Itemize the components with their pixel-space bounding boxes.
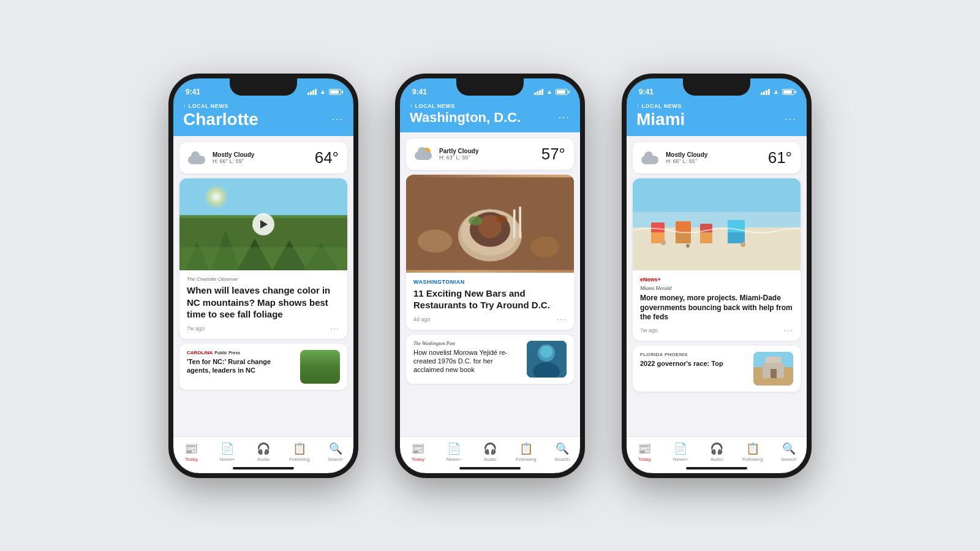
- wp-thumb: [527, 341, 567, 378]
- weather-temp-range-washington: H: 63° L: 55°: [439, 154, 478, 161]
- status-time-charlotte: 9:41: [186, 88, 200, 96]
- search-icon: 🔍: [329, 442, 342, 455]
- app-header-miami: ↑ LOCAL NEWS Miami ···: [627, 101, 807, 137]
- status-icons-charlotte: ▲: [307, 88, 341, 95]
- city-name-washington: Washington, D.C.: [410, 110, 521, 125]
- signal-icon-w: [534, 89, 543, 95]
- secondary-article-charlotte[interactable]: CAROLINA Public Press 'Ten for NC:' Rura…: [179, 344, 347, 390]
- weather-condition-charlotte: Mostly Cloudy: [213, 151, 254, 158]
- app-header-charlotte: ↑ LOCAL NEWS Charlotte ···: [173, 101, 353, 137]
- wifi-icon-w: ▲: [546, 88, 552, 95]
- article-title-miami: More money, more projects. Miami-Dade go…: [640, 294, 793, 322]
- audio-icon-m: 🎧: [710, 442, 723, 455]
- article-more-charlotte[interactable]: ···: [330, 324, 340, 333]
- search-icon-m: 🔍: [782, 442, 796, 455]
- phone-miami: 9:41 ▲ ↑ LOCAL NEWS Miami ···: [622, 74, 812, 478]
- source-sub-charlotte: Public Press: [214, 351, 240, 355]
- secondary-article-washington[interactable]: The Washington Post How novelist Morowa …: [406, 335, 574, 384]
- tab-newsplus-washington[interactable]: 📄 News+: [440, 442, 467, 462]
- status-time-miami: 9:41: [639, 88, 654, 96]
- svg-point-38: [661, 240, 666, 245]
- newsplus-icon-m: 📄: [674, 442, 687, 455]
- tab-newsplus-charlotte[interactable]: 📄 News+: [214, 442, 241, 462]
- tab-search-charlotte[interactable]: 🔍 Search: [322, 442, 349, 462]
- arrow-icon-w: ↑: [410, 103, 413, 109]
- tab-audio-washington[interactable]: 🎧 Audio: [477, 442, 503, 462]
- arrow-icon-m: ↑: [636, 103, 639, 109]
- weather-temp-range-miami: H: 66° L: 55°: [666, 158, 707, 164]
- phone-washington: 9:41 ▲ ↑ LOCAL NEWS Washington, D.C. ···: [395, 74, 585, 478]
- weather-card-charlotte[interactable]: Mostly Cloudy H: 66° L: 59° 64°: [179, 142, 347, 173]
- weather-card-miami[interactable]: Mostly Cloudy H: 66° L: 55° 61°: [633, 142, 801, 173]
- svg-point-21: [418, 229, 453, 253]
- audio-icon: 🎧: [257, 442, 270, 455]
- svg-rect-19: [513, 209, 516, 238]
- main-article-washington[interactable]: WASHINGTONIAN 11 Exciting New Bars and R…: [406, 175, 574, 330]
- more-button-washington[interactable]: ···: [559, 112, 570, 123]
- article-more-washington[interactable]: ···: [557, 315, 567, 324]
- tab-audio-charlotte[interactable]: 🎧 Audio: [250, 442, 277, 462]
- svg-rect-33: [676, 232, 691, 243]
- more-button-miami[interactable]: ···: [785, 114, 797, 125]
- svg-rect-11: [179, 248, 347, 271]
- content-charlotte: Mostly Cloudy H: 66° L: 59° 64°: [173, 136, 353, 436]
- article-time-charlotte: 7w ago: [187, 325, 205, 332]
- notch-miami: [683, 78, 750, 96]
- home-indicator-charlotte: [173, 465, 353, 473]
- tab-following-washington[interactable]: 📋 Following: [513, 442, 540, 462]
- following-icon-w: 📋: [519, 442, 533, 455]
- battery-icon-w: [556, 89, 568, 95]
- main-article-charlotte[interactable]: The Charlotte Observer When will leaves …: [179, 178, 347, 339]
- arrow-icon: ↑: [183, 103, 186, 109]
- weather-card-washington[interactable]: Partly Cloudy H: 63° L: 55° 57°: [406, 139, 574, 170]
- status-icons-washington: ▲: [534, 88, 568, 95]
- svg-point-39: [686, 244, 690, 248]
- svg-point-22: [530, 236, 559, 257]
- signal-icon: [307, 89, 317, 95]
- tab-today-miami[interactable]: 📰 Today: [631, 442, 658, 462]
- tab-today-label: Today: [185, 457, 198, 462]
- more-button-charlotte[interactable]: ···: [332, 114, 344, 125]
- battery-icon-m: [782, 89, 794, 95]
- tab-newsplus-miami[interactable]: 📄 News+: [667, 442, 694, 462]
- article-more-miami[interactable]: ···: [783, 326, 793, 335]
- svg-rect-45: [771, 369, 777, 378]
- svg-rect-20: [519, 206, 521, 238]
- tab-following-miami[interactable]: 📋 Following: [739, 442, 766, 462]
- article-time-washington: 4d ago: [413, 316, 431, 322]
- today-icon-m: 📰: [638, 442, 651, 455]
- play-button-charlotte[interactable]: [252, 213, 274, 235]
- weather-condition-washington: Partly Cloudy: [439, 148, 478, 154]
- following-icon-m: 📋: [746, 442, 760, 455]
- signal-icon-m: [761, 89, 770, 95]
- weather-temp-washington: 57°: [541, 145, 565, 164]
- tab-search-miami[interactable]: 🔍 Search: [775, 442, 802, 462]
- tab-today-label-w: Today: [412, 457, 424, 462]
- svg-point-18: [496, 215, 507, 223]
- article-source-washington: WASHINGTONIAN: [413, 279, 567, 285]
- secondary-article-miami[interactable]: FLORIDA PHOENIX 2022 governor's race: To…: [633, 346, 801, 392]
- article-title-charlotte: When will leaves change color in NC moun…: [187, 284, 340, 321]
- today-icon: 📰: [184, 442, 198, 455]
- phone-charlotte: 9:41 ▲ ↑ LOCAL NEWS Charlotte ···: [168, 74, 358, 478]
- tab-search-washington[interactable]: 🔍 Search: [549, 442, 576, 462]
- wp-source: The Washington Post: [413, 341, 522, 346]
- notch-charlotte: [230, 78, 297, 96]
- tab-newsplus-label: News+: [220, 457, 235, 462]
- tab-bar-charlotte: 📰 Today 📄 News+ 🎧 Audio 📋 Following 🔍 Se…: [173, 436, 353, 465]
- tab-newsplus-label-w: News+: [447, 457, 462, 462]
- city-name-charlotte: Charlotte: [183, 110, 258, 129]
- weather-temp-charlotte: 64°: [315, 148, 339, 167]
- secondary-title-charlotte: 'Ten for NC:' Rural change agents, leade…: [187, 357, 295, 375]
- main-article-miami[interactable]: eNews+ Miami Herald More money, more pro…: [633, 178, 801, 341]
- status-icons-miami: ▲: [761, 88, 794, 95]
- florida-thumb: [753, 352, 793, 386]
- city-name-miami: Miami: [636, 110, 685, 129]
- florida-source-text: FLORIDA PHOENIX: [640, 352, 688, 357]
- tab-following-charlotte[interactable]: 📋 Following: [286, 442, 313, 462]
- tab-audio-miami[interactable]: 🎧 Audio: [703, 442, 730, 462]
- florida-title: 2022 governor's race: Top: [640, 359, 748, 368]
- tab-today-charlotte[interactable]: 📰 Today: [178, 442, 205, 462]
- tab-today-washington[interactable]: 📰 Today: [404, 442, 431, 462]
- svg-point-17: [469, 216, 483, 225]
